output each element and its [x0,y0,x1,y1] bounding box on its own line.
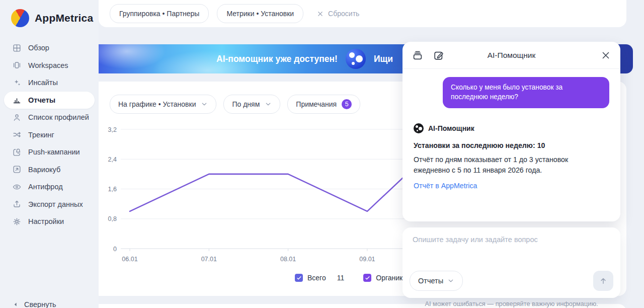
brand-logo[interactable]: AppMetrica [0,0,99,27]
gear-icon [12,217,22,226]
sidebar-item-cube[interactable]: Вариокуб [4,161,95,179]
sidebar-nav: ОбзорWorkspacesИнсайтыОтчетыСписок профи… [0,39,99,230]
collapse-arrow-icon [12,301,19,308]
chevron-down-icon [265,101,272,108]
eye-icon [12,182,22,192]
granularity-dropdown[interactable]: По дням [223,95,280,114]
legend-checkbox-icon[interactable] [295,274,303,282]
notes-label: Примечания [296,100,337,108]
sidebar-item-push-bell[interactable]: Push-кампании [4,143,95,161]
chevron-down-icon [201,101,208,108]
svg-text:0,8: 0,8 [108,215,117,222]
granularity-label: По дням [232,100,260,108]
sidebar-item-tracking[interactable]: Трекинг [4,126,95,144]
svg-text:09.01: 09.01 [359,256,375,263]
answer-title: Установки за последнюю неделю: 10 [414,141,609,149]
svg-text:2,4: 2,4 [108,156,117,163]
close-panel-button[interactable] [600,50,611,61]
sidebar-item-export[interactable]: Экспорт данных [4,196,95,213]
svg-text:0: 0 [113,246,117,253]
legend-count: 11 [337,274,345,282]
new-chat-icon[interactable] [433,49,445,61]
sidebar-collapse-button[interactable]: Свернуть [12,300,56,308]
sidebar-item-label: Вариокуб [28,166,60,174]
sidebar-item-label: Обзор [28,44,49,52]
ai-assistant-logo-icon [346,49,366,69]
sidebar-item-label: Трекинг [28,131,54,139]
legend-item[interactable]: Всего11 [295,274,344,282]
sidebar-item-person[interactable]: Список профилей [4,109,95,126]
filter-chip[interactable]: Метрики • Установки [217,4,303,23]
bar-chart-icon [12,95,22,105]
workspaces-icon [12,60,22,70]
chart-legend: Всего11Органика [295,274,407,282]
chat-history-icon[interactable] [412,49,424,61]
ai-disclaimer: AI может ошибаться — проверяйте важную и… [403,300,620,307]
scope-label: Отчеты [418,277,443,285]
legend-checkbox-icon[interactable] [363,274,371,282]
graph-metric-label: На графике • Установки [118,100,196,108]
person-icon [12,113,22,122]
sidebar-item-label: Список профилей [28,113,89,121]
answer-body: Отчёт по дням показывает от 1 до 3 устан… [414,155,605,176]
sidebar-item-label: Антифрод [28,183,63,191]
graph-metric-dropdown[interactable]: На графике • Установки [110,95,216,114]
sidebar-item-label: Настройки [28,217,64,225]
sidebar: AppMetrica ОбзорWorkspacesИнсайтыОтчетыС… [0,0,99,308]
sidebar-item-sparkles[interactable]: Инсайты [4,74,95,92]
ai-name: AI-Помощник [428,124,474,132]
sidebar-item-eye[interactable]: Антифрод [4,178,95,196]
sidebar-item-label: Инсайты [28,79,58,87]
sparkles-icon [12,78,22,88]
svg-text:06.01: 06.01 [122,256,137,263]
user-message-bubble: Сколько у меня было установок за последн… [443,77,609,108]
banner-title: AI-помощник уже доступен! [216,54,338,64]
arrow-up-icon [599,276,608,285]
assistant-input[interactable]: Опишите задачу или задайте вопрос [413,236,538,244]
filter-chips: Группировка • ПартнерыМетрики • Установк… [110,4,303,23]
sidebar-item-label: Push-кампании [28,148,80,156]
sidebar-item-label: Отчеты [28,96,55,104]
sidebar-item-gear[interactable]: Настройки [4,213,95,230]
legend-item[interactable]: Органика [363,274,407,282]
assistant-header: AI-Помощник [403,42,620,69]
collapse-label: Свернуть [24,300,56,308]
notes-button[interactable]: Примечания 5 [287,95,360,114]
send-button[interactable] [593,271,613,291]
export-icon [12,199,22,209]
banner-cta-text: Ищи [374,54,393,64]
push-bell-icon [12,147,22,157]
sidebar-item-label: Workspaces [28,61,68,69]
notes-count-badge: 5 [342,99,352,109]
ai-assistant-panel: AI-Помощник Сколько у меня было установо… [403,42,620,221]
reset-filters-label: Сбросить [328,10,359,18]
svg-text:1,6: 1,6 [108,186,117,193]
svg-text:08.01: 08.01 [280,256,296,263]
appmetrica-logo-icon [11,9,29,27]
filter-chip[interactable]: Группировка • Партнеры [110,4,209,23]
assistant-input-card[interactable]: Опишите задачу или задайте вопрос Отчеты [403,227,620,298]
close-icon [316,10,324,18]
scope-dropdown-button[interactable]: Отчеты [410,271,463,291]
report-link[interactable]: Отчёт в AppMetrica [414,182,477,190]
grid-icon [12,43,22,53]
reset-filters-button[interactable]: Сбросить [316,10,359,18]
brand-name: AppMetrica [35,12,93,24]
cube-icon [12,165,22,174]
svg-text:07.01: 07.01 [201,256,217,263]
sidebar-item-grid[interactable]: Обзор [4,39,95,57]
sidebar-item-workspaces[interactable]: Workspaces [4,57,95,74]
svg-text:3,2: 3,2 [108,126,117,133]
sidebar-item-label: Экспорт данных [28,200,83,208]
ai-avatar-icon [414,123,424,133]
sidebar-item-bar-chart[interactable]: Отчеты [4,92,95,109]
tracking-icon [12,130,22,139]
chevron-down-icon [447,277,454,284]
filters-toolbar: Группировка • ПартнерыМетрики • Установк… [99,0,626,27]
legend-label: Всего [307,274,326,282]
